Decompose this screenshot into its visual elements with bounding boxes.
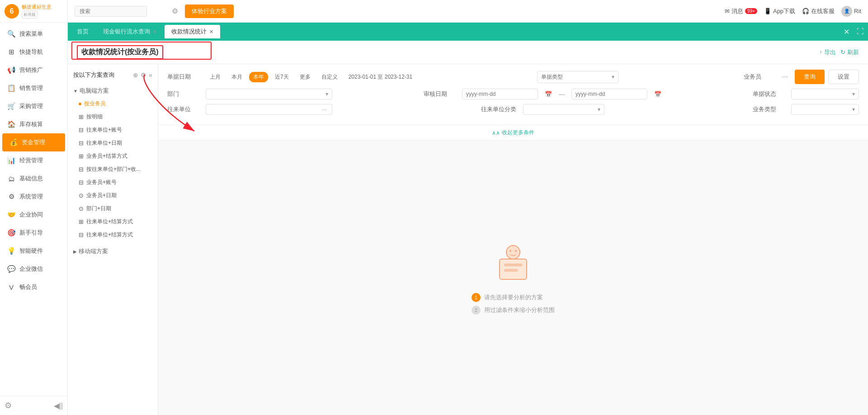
date-btn-7days[interactable]: 近7天 [271, 72, 293, 82]
collapse-bar: ∧∧ 收起更多条件 [158, 125, 868, 141]
doc-status-select[interactable]: ▾ [791, 89, 859, 99]
tree-item-sale-settlement[interactable]: ⊞ 业务员+结算方式 [68, 150, 158, 163]
tab-home[interactable]: 首页 [70, 25, 95, 38]
dept-date-icon: ⊙ [79, 205, 84, 212]
partner-more-btn[interactable]: ··· [322, 106, 326, 113]
add-scheme-icon[interactable]: ⊕ [133, 71, 138, 79]
sidebar-item-operations[interactable]: 📊 经营管理 [0, 151, 67, 170]
user-avatar[interactable]: 👤 Rit [841, 6, 861, 17]
date-btn-more[interactable]: 更多 [296, 72, 315, 82]
sidebar-item-inventory[interactable]: 🏠 库存核算 [0, 115, 67, 133]
settings-icon[interactable]: ⚙ [5, 401, 12, 410]
biz-type-select[interactable]: ▾ [791, 104, 859, 115]
tree-section-pc: ▼ 电脑端方案 按业务员 ⊞ 按明细 ⊟ 往来单位+账号 ⊟ 往来单位+ [68, 83, 158, 243]
tree-item-salesperson[interactable]: 按业务员 [68, 97, 158, 110]
sidebar-item-hardware[interactable]: 💡 智能硬件 [0, 242, 67, 260]
sidebar-item-search[interactable]: 🔍 搜索菜单 [0, 25, 67, 43]
tab-receipt-close[interactable]: ✕ [209, 29, 213, 35]
audit-date-to[interactable] [571, 89, 647, 99]
tab-close-all[interactable]: ✕ [842, 26, 851, 38]
sidebar-item-enterprise[interactable]: 🤝 企业协同 [0, 206, 67, 224]
tab-bank[interactable]: 现金银行流水查询 ✕ [96, 25, 164, 38]
date-range-display: 2023-01-01 至 2023-12-31 [349, 73, 412, 81]
tree-item-unit-date[interactable]: ⊟ 往来单位+日期 [68, 137, 158, 150]
sidebar-item-marketing[interactable]: 📢 营销推广 [0, 61, 67, 79]
collapse-up-icon: ∧∧ [492, 130, 500, 136]
date-btn-lastmonth[interactable]: 上月 [206, 72, 225, 82]
tree-header-mobile[interactable]: ▶ 移动端方案 [68, 245, 158, 258]
gear-icon[interactable]: ⚙ [172, 7, 178, 15]
settings-button[interactable]: 设置 [828, 70, 859, 84]
tree-item-unit-settlement3[interactable]: ⊟ 往来单位+结算方式 [68, 228, 158, 241]
tree-arrow-mobile: ▶ [73, 249, 77, 254]
app-icon: 📱 [764, 8, 771, 14]
logo-area: 6 畅捷通好生意 标准版 [0, 0, 67, 23]
unit-date-icon: ⊟ [79, 140, 84, 146]
svg-point-5 [515, 250, 517, 252]
sidebar-item-system[interactable]: ⚙ 系统管理 [0, 188, 67, 206]
audit-date-from[interactable] [462, 89, 538, 99]
audit-calendar-2[interactable]: 📅 [654, 91, 661, 98]
export-button[interactable]: ↑ 导出 [820, 48, 836, 57]
date-btn-custom[interactable]: 自定义 [317, 72, 342, 82]
sidebar-item-member[interactable]: V 畅会员 [0, 278, 67, 296]
online-service-button[interactable]: 🎧 在线客服 [802, 7, 835, 15]
settings-scheme-icon[interactable]: ⚙ [141, 71, 146, 79]
tab-bank-close[interactable]: ✕ [153, 29, 157, 35]
search-icon: 🔍 [7, 29, 16, 38]
refresh-icon: ↻ [840, 49, 845, 56]
unit-dept-icon: ⊟ [79, 166, 84, 173]
member-icon: V [7, 283, 16, 292]
topbar-search-area [75, 6, 165, 17]
tree-item-unit-dept[interactable]: ⊟ 按往来单位+部门+收... [68, 163, 158, 176]
collapse-icon[interactable]: ◀|| [54, 401, 63, 410]
refresh-button[interactable]: ↻ 刷新 [840, 48, 859, 57]
tree-item-dept-date[interactable]: ⊙ 部门+日期 [68, 202, 158, 215]
message-button[interactable]: ✉ 消息 99+ [725, 7, 757, 15]
panel-title: 按以下方案查询 [73, 71, 114, 79]
query-button[interactable]: 查询 [795, 70, 825, 84]
topbar-search-input[interactable] [75, 6, 147, 17]
doc-type-arrow: ▾ [612, 74, 614, 80]
audit-calendar-1[interactable]: 📅 [545, 91, 552, 98]
quick-icon: ⊞ [7, 47, 16, 57]
purchase-icon: 🛒 [7, 102, 16, 111]
salesperson-more-icon[interactable]: ··· [782, 73, 788, 81]
trial-button[interactable]: 体验行业方案 [185, 5, 234, 18]
sidebar-item-finance[interactable]: 💰 资金管理 [2, 133, 65, 151]
topbar: ⚙ 体验行业方案 ✉ 消息 99+ 📱 App下载 🎧 在线客服 👤 Rit [68, 0, 868, 23]
partner-select[interactable]: ··· [206, 104, 332, 115]
partner-category-select[interactable]: ▾ [523, 104, 604, 115]
filter-row-3: 往来单位 ··· 往来单位分类 ▾ 业务类型 ▾ [167, 104, 859, 115]
doc-status-arrow: ▾ [852, 91, 855, 97]
date-btn-thismonth[interactable]: 本月 [227, 72, 246, 82]
partner-category-label: 往来单位分类 [481, 105, 516, 113]
tab-expand[interactable]: ⛶ [855, 26, 866, 38]
page-title: 收款情况统计(按业务员) [77, 45, 163, 59]
sidebar-item-guide[interactable]: 🎯 新手引导 [0, 224, 67, 242]
step-2-num: 2 [472, 306, 481, 315]
doc-type-select[interactable]: 单据类型 ▾ [537, 71, 618, 83]
tree-header-pc[interactable]: ▼ 电脑端方案 [68, 85, 158, 97]
app-download-button[interactable]: 📱 App下载 [764, 7, 795, 15]
sidebar-item-sales[interactable]: 📋 销售管理 [0, 79, 67, 97]
audit-date-label: 审核日期 [424, 90, 455, 98]
tree-item-unit-settlement2[interactable]: ⊞ 往来单位+结算方式 [68, 215, 158, 228]
sidebar-item-base[interactable]: 🗂 基础信息 [0, 170, 67, 188]
tree-item-unit-account[interactable]: ⊟ 往来单位+账号 [68, 123, 158, 137]
date-btn-thisyear[interactable]: 本年 [249, 72, 268, 82]
collapse-panel-icon[interactable]: « [149, 71, 152, 79]
collapse-conditions-button[interactable]: ∧∧ 收起更多条件 [492, 129, 534, 137]
dept-select[interactable]: ▾ [206, 89, 332, 99]
tab-receipt[interactable]: 收款情况统计 ✕ [165, 25, 220, 38]
tree-section-mobile: ▶ 移动端方案 [68, 243, 158, 259]
tree-item-detail[interactable]: ⊞ 按明细 [68, 110, 158, 123]
sidebar-item-purchase[interactable]: 🛒 采购管理 [0, 97, 67, 115]
sidebar-item-quick[interactable]: ⊞ 快捷导航 [0, 43, 67, 61]
main-area: ⚙ 体验行业方案 ✉ 消息 99+ 📱 App下载 🎧 在线客服 👤 Rit [68, 0, 868, 415]
tree-item-sale-account[interactable]: ⊟ 业务员+账号 [68, 176, 158, 189]
tree-arrow-pc: ▼ [73, 89, 78, 94]
tabbar: 首页 现金银行流水查询 ✕ 收款情况统计 ✕ ✕ ⛶ [68, 23, 868, 41]
tree-item-sale-date[interactable]: ⊙ 业务员+日期 [68, 189, 158, 202]
sidebar-item-wechat[interactable]: 💬 企业微信 [0, 260, 67, 278]
